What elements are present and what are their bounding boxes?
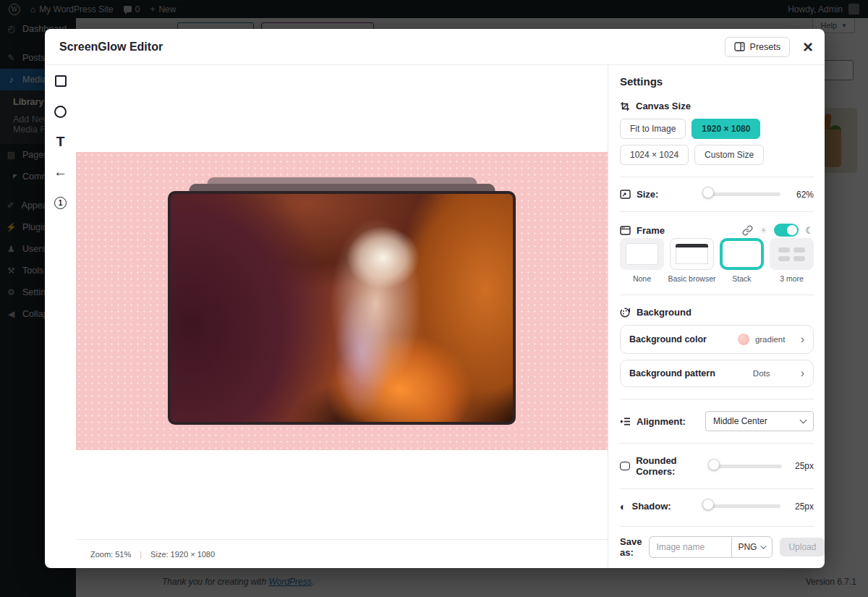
canvas-size-status: Size: 1920 × 1080 [150, 550, 215, 559]
resize-icon [620, 190, 631, 199]
background-pattern-value: Dots [753, 369, 770, 378]
frame-none-thumbnail[interactable] [620, 238, 664, 270]
divider [620, 399, 814, 399]
canvas-size-fit-to-image-button[interactable]: Fit to Image [620, 119, 686, 139]
number-one-icon: 1 [54, 197, 67, 209]
rounded-corners-slider-knob[interactable] [708, 459, 720, 470]
chevron-right-icon: › [801, 370, 804, 377]
presets-label: Presets [750, 42, 780, 52]
size-value: 62% [786, 190, 814, 200]
save-as-row: Save as: PNG Upload [608, 526, 825, 568]
canvas-size-label: Canvas Size [636, 101, 691, 111]
size-slider-knob[interactable] [702, 187, 714, 198]
half-circle-shadow-icon: ◐ [620, 501, 626, 512]
palette-icon [620, 308, 631, 318]
dark-mode-moon-icon[interactable]: ☾ [805, 225, 814, 236]
format-select[interactable]: PNG [731, 536, 773, 558]
canvas-preview-image[interactable] [168, 191, 516, 425]
frame-option-label: Basic browser [668, 274, 716, 283]
chevron-right-icon: › [801, 336, 804, 343]
canvas-pink-background[interactable] [76, 152, 608, 450]
divider [620, 488, 814, 489]
frame-section-header: Frame ☀ ☾ [620, 224, 814, 237]
shadow-slider-knob[interactable] [702, 499, 714, 510]
status-separator: | [140, 550, 142, 559]
presets-button[interactable]: Presets [725, 37, 790, 57]
background-color-row[interactable]: Background color gradient › [620, 325, 814, 354]
frame-browser-thumbnail[interactable] [670, 238, 714, 270]
arrow-tool-button[interactable]: ← [54, 165, 68, 179]
dark-mode-toggle[interactable] [774, 224, 799, 237]
circle-icon [54, 106, 67, 118]
zoom-level: Zoom: 51% [90, 550, 131, 559]
background-section-header: Background [620, 307, 814, 318]
frame-option-none[interactable]: None [620, 238, 664, 283]
frame-style-options: None Basic browser Stack 3 more [620, 238, 814, 283]
canvas-size-options: Fit to Image 1920 × 1080 1024 × 1024 Cus… [620, 119, 814, 165]
modal-title: ScreenGlow Editor [59, 41, 163, 54]
numbered-step-tool-button[interactable]: 1 [54, 195, 68, 210]
shadow-value: 25px [786, 501, 814, 512]
alignment-icon [620, 417, 631, 426]
frame-option-label: Stack [732, 274, 751, 283]
text-tool-button[interactable]: T [54, 135, 68, 149]
image-name-input[interactable] [649, 536, 731, 558]
chevron-down-icon [800, 416, 807, 423]
screenglow-editor-modal: ScreenGlow Editor Presets × T ← 1 [45, 29, 825, 568]
rounded-corners-value: 25px [788, 461, 814, 471]
frame-option-3-more[interactable]: 3 more [770, 238, 814, 283]
rounded-corners-row: Rounded Corners: 25px [620, 455, 814, 477]
close-icon[interactable]: × [803, 41, 813, 53]
frame-label: Frame [637, 225, 665, 236]
settings-panel: Settings Canvas Size Fit to Image 1920 ×… [608, 65, 825, 568]
size-label: Size: [637, 189, 658, 200]
screenshot-composition[interactable] [168, 177, 516, 425]
frame-option-basic-browser[interactable]: Basic browser [670, 238, 714, 283]
canvas-size-section-header: Canvas Size [620, 101, 814, 111]
editor-canvas-viewport[interactable]: Zoom: 51% | Size: 1920 × 1080 [76, 65, 608, 568]
rounded-corners-label: Rounded Corners: [636, 455, 713, 477]
drawing-toolbar: T ← 1 [45, 65, 76, 568]
format-value: PNG [738, 542, 757, 552]
toggle-knob [787, 225, 797, 235]
size-slider[interactable] [708, 192, 780, 196]
canvas-status-bar: Zoom: 51% | Size: 1920 × 1080 [76, 539, 608, 568]
canvas-size-1024x1024-button[interactable]: 1024 × 1024 [620, 145, 689, 165]
frame-option-stack[interactable]: Stack [720, 238, 764, 283]
frame-option-label: None [633, 274, 651, 283]
canvas-size-1920x1080-button[interactable]: 1920 × 1080 [692, 119, 760, 139]
settings-heading: Settings [620, 75, 814, 88]
size-control-row: Size: 62% [620, 189, 814, 200]
modal-header: ScreenGlow Editor Presets × [45, 29, 825, 65]
divider [620, 211, 814, 212]
shadow-label: Shadow: [631, 501, 671, 512]
shadow-row: ◐ Shadow: 25px [620, 501, 814, 512]
frame-more-thumbnail[interactable] [770, 238, 814, 270]
frame-stack-thumbnail[interactable] [720, 238, 764, 270]
divider [620, 443, 814, 444]
alignment-label: Alignment: [637, 416, 686, 427]
ellipse-tool-button[interactable] [54, 104, 68, 119]
save-as-label: Save as: [620, 536, 642, 558]
crop-icon [620, 101, 630, 111]
rounded-rect-icon [620, 462, 630, 470]
canvas-size-custom-button[interactable]: Custom Size [694, 145, 764, 165]
upload-button[interactable]: Upload [780, 538, 825, 556]
rectangle-icon [55, 75, 67, 87]
alignment-select[interactable]: Middle Center [705, 411, 814, 431]
frame-option-label: 3 more [780, 274, 804, 283]
alignment-row: Alignment: Middle Center [620, 411, 814, 431]
shadow-slider[interactable] [708, 504, 780, 508]
background-label: Background [637, 307, 692, 318]
background-pattern-row[interactable]: Background pattern Dots › [620, 360, 814, 387]
color-swatch [738, 334, 749, 345]
chevron-down-icon [761, 543, 767, 549]
background-color-value: gradient [755, 335, 786, 344]
link-icon[interactable] [742, 225, 753, 236]
divider [620, 177, 814, 177]
presets-panel-icon [734, 42, 745, 51]
rounded-corners-slider[interactable] [714, 465, 783, 468]
rectangle-tool-button[interactable] [54, 74, 68, 88]
light-mode-sun-icon[interactable]: ☀ [760, 225, 768, 236]
browser-frame-icon [620, 226, 631, 235]
